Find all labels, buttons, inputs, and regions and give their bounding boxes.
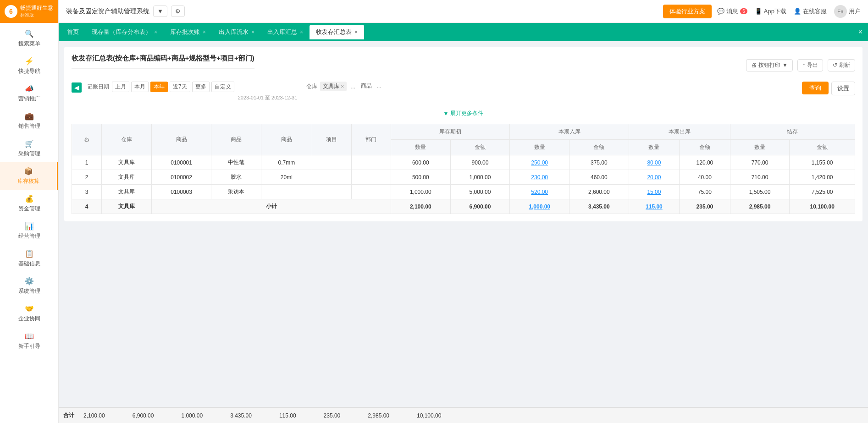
filter-bar: ◀ 记账日期 上月 本月 本年 近7天 更多 自定义 xyxy=(72,82,855,101)
tab-close-icon[interactable]: × xyxy=(251,29,254,35)
subtotal-closing-qty: 2,985.00 xyxy=(730,199,790,214)
tab-batch[interactable]: 库存批次账 × xyxy=(164,25,212,39)
tab-close-icon[interactable]: × xyxy=(354,29,358,35)
table-footer: 合计 2,100.00 6,900.00 1,000.00 3,435.00 1… xyxy=(59,407,868,423)
th-out-qty: 数量 xyxy=(629,140,680,155)
footer-label: 合计 xyxy=(63,412,74,419)
messages-label: 消息 xyxy=(726,7,738,16)
sidebar-item-search[interactable]: 🔍 搜索菜单 xyxy=(0,25,58,52)
date-btn-this-month[interactable]: 本月 xyxy=(131,82,149,92)
subtotal-closing-amt: 10,100.00 xyxy=(790,199,855,214)
sidebar-item-basics[interactable]: 📋 基础信息 xyxy=(0,245,58,272)
sidebar-item-guide[interactable]: 📖 新手引导 xyxy=(0,327,58,355)
tab-inout-flow[interactable]: 出入库流水 × xyxy=(212,25,261,39)
cell-seq: 1 xyxy=(72,155,102,170)
sidebar-item-system[interactable]: ⚙️ 系统管理 xyxy=(0,272,58,300)
footer-out-qty: 115.00 xyxy=(279,412,296,419)
cell-opening-amt: 5,000.00 xyxy=(450,185,510,199)
app-download-action[interactable]: 📱 App下载 xyxy=(755,7,786,16)
sidebar-item-purchase[interactable]: 🛒 采购管理 xyxy=(0,135,58,162)
system-dropdown[interactable]: ▼ xyxy=(153,5,167,17)
tab-inout-summary-label: 出入库汇总 xyxy=(267,28,297,36)
try-industry-button[interactable]: 体验行业方案 xyxy=(663,5,712,18)
user-action[interactable]: Ea 用户 xyxy=(834,5,861,18)
cell-out-qty[interactable]: 15.00 xyxy=(629,185,680,199)
table-row: 2 文具库 0100002 胶水 20ml 500.00 1,000.00 23… xyxy=(72,170,855,185)
footer-values: 2,100.00 6,900.00 1,000.00 3,435.00 115.… xyxy=(83,412,441,419)
dropdown-arrow-icon: ▼ xyxy=(157,8,163,15)
date-btn-custom[interactable]: 自定义 xyxy=(211,82,234,92)
filter-collapse-btn[interactable]: ◀ xyxy=(72,82,82,93)
sidebar-item-quicknav[interactable]: ⚡ 快捷导航 xyxy=(0,52,58,80)
avatar: Ea xyxy=(834,5,847,18)
goods-filter-ellipsis[interactable]: ... xyxy=(375,82,383,90)
tab-receipt-summary[interactable]: 收发存汇总表 × xyxy=(310,25,364,39)
warehouse-tag-close[interactable]: × xyxy=(341,83,344,90)
print-btn[interactable]: 🖨 按钮打印 ▼ xyxy=(746,59,793,71)
cell-warehouse: 文具库 xyxy=(102,170,152,185)
app-download-label: App下载 xyxy=(764,7,786,16)
query-button[interactable]: 查询 xyxy=(802,82,829,94)
expand-conditions-btn[interactable]: ▼ 展开更多条件 xyxy=(443,110,484,117)
tab-close-icon[interactable]: × xyxy=(300,29,303,35)
export-btn[interactable]: ↑ 导出 xyxy=(797,59,823,71)
th-spec: 商品 xyxy=(261,124,312,155)
cell-project xyxy=(312,170,351,185)
guide-icon: 📖 xyxy=(25,332,34,341)
cell-opening-amt: 1,000.00 xyxy=(450,170,510,185)
sidebar-item-marketing[interactable]: 📣 营销推广 xyxy=(0,80,58,107)
date-btn-7days[interactable]: 近7天 xyxy=(170,82,190,92)
subtotal-out-qty[interactable]: 115.00 xyxy=(629,199,680,214)
cell-project xyxy=(312,155,351,170)
user-label: 用户 xyxy=(849,7,861,16)
subtotal-in-qty[interactable]: 1,000.00 xyxy=(510,199,569,214)
tab-close-icon[interactable]: × xyxy=(154,29,157,35)
expand-down-icon: ▼ xyxy=(443,110,449,117)
tab-batch-label: 库存批次账 xyxy=(170,28,200,36)
date-btn-last-month[interactable]: 上月 xyxy=(112,82,129,92)
cell-opening-qty: 600.00 xyxy=(391,155,450,170)
tab-home[interactable]: 首页 xyxy=(61,25,85,39)
cell-opening-qty: 1,000.00 xyxy=(391,185,450,199)
cell-in-amt: 375.00 xyxy=(569,155,629,170)
th-closing: 结存 xyxy=(730,124,855,140)
cell-in-qty[interactable]: 230.00 xyxy=(510,170,569,185)
tab-close-icon[interactable]: × xyxy=(203,29,206,35)
messages-badge: 6 xyxy=(740,8,747,14)
online-service-action[interactable]: 👤 在线客服 xyxy=(794,7,827,16)
subtotal-row: 4 文具库 小计 2,100.00 6,900.00 1,000.00 3,43… xyxy=(72,199,855,214)
cell-out-qty[interactable]: 80.00 xyxy=(629,155,680,170)
cell-in-qty[interactable]: 520.00 xyxy=(510,185,569,199)
sidebar-item-sales[interactable]: 💼 销售管理 xyxy=(0,107,58,135)
date-btn-more[interactable]: 更多 xyxy=(192,82,210,92)
footer-closing-amt: 10,100.00 xyxy=(417,412,441,419)
sidebar-item-operations[interactable]: 📊 经营管理 xyxy=(0,217,58,245)
sidebar-item-inventory[interactable]: 📦 库存核算 xyxy=(0,162,58,190)
date-btn-this-year[interactable]: 本年 xyxy=(150,82,168,92)
table-row: 3 文具库 0100003 采访本 1,000.00 5,000.00 520.… xyxy=(72,185,855,199)
tab-bar-close-icon[interactable]: × xyxy=(855,26,866,38)
marketing-icon: 📣 xyxy=(25,84,34,93)
cell-in-qty[interactable]: 250.00 xyxy=(510,155,569,170)
date-shortcuts: 上月 本月 本年 近7天 更多 自定义 xyxy=(112,82,234,92)
sidebar-item-label: 资金管理 xyxy=(18,205,40,213)
th-opening: 库存期初 xyxy=(391,124,509,140)
footer-closing-qty: 2,985.00 xyxy=(368,412,389,419)
settings-button[interactable]: 设置 xyxy=(831,82,855,95)
refresh-btn[interactable]: ↺ 刷新 xyxy=(828,59,855,71)
gear-icon[interactable]: ⚙ xyxy=(84,136,90,143)
messages-action[interactable]: 💬 消息 6 xyxy=(717,7,747,16)
cell-closing-qty: 710.00 xyxy=(730,170,790,185)
inventory-icon: 📦 xyxy=(24,167,33,176)
sidebar-item-label: 营销推广 xyxy=(18,95,40,103)
sidebar-item-finance[interactable]: 💰 资金管理 xyxy=(0,190,58,217)
tab-inventory-dist[interactable]: 现存量（库存分布表） × xyxy=(85,25,164,39)
th-gear[interactable]: ⚙ xyxy=(72,124,102,155)
header-title-area: 装备及固定资产辅助管理系统 ▼ ⚙ xyxy=(66,5,658,17)
warehouse-filter-ellipsis[interactable]: ... xyxy=(348,82,357,91)
settings-btn[interactable]: ⚙ xyxy=(171,5,185,17)
tab-inout-summary[interactable]: 出入库汇总 × xyxy=(261,25,310,39)
sidebar-item-collab[interactable]: 🤝 企业协同 xyxy=(0,300,58,327)
cell-out-qty[interactable]: 20.00 xyxy=(629,170,680,185)
cell-seq: 2 xyxy=(72,170,102,185)
